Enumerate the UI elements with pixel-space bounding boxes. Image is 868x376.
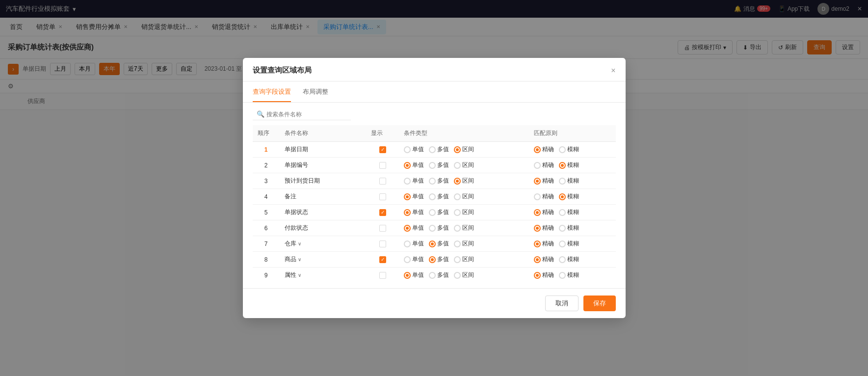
- cb-inner-2[interactable]: [379, 178, 386, 185]
- type-radio-6-区间[interactable]: 区间: [454, 240, 474, 248]
- order-num-0: 1: [264, 146, 268, 153]
- cb-inner-1[interactable]: [379, 162, 386, 169]
- match-radio-1-精确[interactable]: 精确: [534, 161, 554, 169]
- checkbox-0[interactable]: ✓: [371, 146, 394, 153]
- type-radio-1-多值[interactable]: 多值: [429, 161, 449, 169]
- row-2-match: 精确模糊: [529, 173, 616, 189]
- cb-inner-6[interactable]: [379, 241, 386, 247]
- radio-circle-type-3-区间: [454, 193, 461, 200]
- match-radio-4-精确[interactable]: 精确: [534, 208, 554, 216]
- cb-inner-7[interactable]: ✓: [379, 256, 386, 263]
- row-8-order: 9: [253, 268, 280, 283]
- type-radio-8-多值[interactable]: 多值: [429, 271, 449, 279]
- radio-circle-match-8-精确: [534, 272, 541, 279]
- tab-layout-adjust[interactable]: 布局调整: [303, 87, 328, 102]
- match-radio-6-模糊[interactable]: 模糊: [559, 240, 579, 248]
- type-radio-3-多值[interactable]: 多值: [429, 192, 449, 201]
- match-radio-5-模糊[interactable]: 模糊: [559, 224, 579, 232]
- match-radio-4-模糊[interactable]: 模糊: [559, 208, 579, 216]
- row-4-order: 5: [253, 205, 280, 220]
- type-radio-0-区间[interactable]: 区间: [454, 145, 474, 154]
- row-7-name: 商品 ∨: [280, 252, 367, 268]
- match-radio-7-模糊[interactable]: 模糊: [559, 255, 579, 264]
- radio-circle-type-6-单值: [404, 241, 411, 247]
- match-radio-8-模糊[interactable]: 模糊: [559, 271, 579, 279]
- cb-inner-5[interactable]: [379, 225, 386, 232]
- type-radio-4-区间[interactable]: 区间: [454, 208, 474, 216]
- type-radio-3-单值[interactable]: 单值: [404, 192, 424, 201]
- radio-circle-type-4-多值: [429, 209, 436, 216]
- radio-circle-match-1-模糊: [559, 162, 566, 169]
- match-radio-0-模糊[interactable]: 模糊: [559, 145, 579, 154]
- checkbox-2[interactable]: [371, 178, 394, 185]
- row-3-display[interactable]: [366, 189, 398, 205]
- match-radio-2-精确[interactable]: 精确: [534, 177, 554, 185]
- row-8-display[interactable]: [366, 268, 398, 283]
- row-1-display[interactable]: [366, 158, 398, 173]
- type-radio-2-区间[interactable]: 区间: [454, 177, 474, 185]
- cb-inner-3[interactable]: [379, 193, 386, 200]
- row-3-order: 4: [253, 189, 280, 205]
- match-radio-2-模糊[interactable]: 模糊: [559, 177, 579, 185]
- type-radio-7-单值[interactable]: 单值: [404, 255, 424, 264]
- row-0-display[interactable]: ✓: [366, 142, 398, 158]
- type-radio-1-单值[interactable]: 单值: [404, 161, 424, 169]
- cb-inner-0[interactable]: ✓: [379, 146, 386, 153]
- type-radio-4-多值[interactable]: 多值: [429, 208, 449, 216]
- cb-inner-4[interactable]: ✓: [379, 209, 386, 216]
- th-type: 条件类型: [399, 125, 529, 142]
- cb-inner-8[interactable]: [379, 272, 386, 279]
- type-radio-5-单值[interactable]: 单值: [404, 224, 424, 232]
- match-radio-1-模糊[interactable]: 模糊: [559, 161, 579, 169]
- chevron-down-icon: ∨: [298, 241, 301, 246]
- match-radio-6-精确[interactable]: 精确: [534, 240, 554, 248]
- match-radio-8-精确[interactable]: 精确: [534, 271, 554, 279]
- match-radio-3-精确[interactable]: 精确: [534, 192, 554, 201]
- dialog-close-btn[interactable]: ×: [611, 66, 615, 75]
- checkbox-4[interactable]: ✓: [371, 209, 394, 216]
- checkbox-1[interactable]: [371, 162, 394, 169]
- row-7-display[interactable]: ✓: [366, 252, 398, 268]
- type-radio-2-多值[interactable]: 多值: [429, 177, 449, 185]
- type-radio-6-多值[interactable]: 多值: [429, 240, 449, 248]
- cancel-button[interactable]: 取消: [545, 295, 579, 311]
- condition-search-input[interactable]: [266, 111, 345, 118]
- checkbox-3[interactable]: [371, 193, 394, 200]
- type-radio-7-区间[interactable]: 区间: [454, 255, 474, 264]
- row-5-display[interactable]: [366, 220, 398, 236]
- type-radio-5-区间[interactable]: 区间: [454, 224, 474, 232]
- type-radio-8-单值[interactable]: 单值: [404, 271, 424, 279]
- radio-circle-type-3-多值: [429, 193, 436, 200]
- type-radio-4-单值[interactable]: 单值: [404, 208, 424, 216]
- row-4-display[interactable]: ✓: [366, 205, 398, 220]
- type-radio-0-多值[interactable]: 多值: [429, 145, 449, 154]
- row-5-order: 6: [253, 220, 280, 236]
- checkbox-5[interactable]: [371, 225, 394, 232]
- tab-query-fields[interactable]: 查询字段设置: [253, 87, 291, 102]
- type-radio-3-区间[interactable]: 区间: [454, 192, 474, 201]
- type-radio-1-区间[interactable]: 区间: [454, 161, 474, 169]
- row-6-display[interactable]: [366, 236, 398, 252]
- checkbox-6[interactable]: [371, 241, 394, 247]
- row-2-display[interactable]: [366, 173, 398, 189]
- th-order: 顺序: [253, 125, 280, 142]
- row-1-match: 精确模糊: [529, 158, 616, 173]
- row-3-name: 备注: [280, 189, 367, 205]
- search-icon: 🔍: [257, 110, 264, 118]
- type-radio-6-单值[interactable]: 单值: [404, 240, 424, 248]
- type-radio-0-单值[interactable]: 单值: [404, 145, 424, 154]
- checkbox-8[interactable]: [371, 272, 394, 279]
- type-radio-8-区间[interactable]: 区间: [454, 271, 474, 279]
- row-0-order: 1: [253, 142, 280, 158]
- match-radio-0-精确[interactable]: 精确: [534, 145, 554, 154]
- row-6-type: 单值多值区间: [399, 236, 529, 252]
- match-radio-3-模糊[interactable]: 模糊: [559, 192, 579, 201]
- match-radio-5-精确[interactable]: 精确: [534, 224, 554, 232]
- type-radio-7-多值[interactable]: 多值: [429, 255, 449, 264]
- type-radio-5-多值[interactable]: 多值: [429, 224, 449, 232]
- save-button[interactable]: 保存: [583, 295, 616, 311]
- table-row: 6付款状态单值多值区间精确模糊: [253, 220, 616, 236]
- checkbox-7[interactable]: ✓: [371, 256, 394, 263]
- type-radio-2-单值[interactable]: 单值: [404, 177, 424, 185]
- match-radio-7-精确[interactable]: 精确: [534, 255, 554, 264]
